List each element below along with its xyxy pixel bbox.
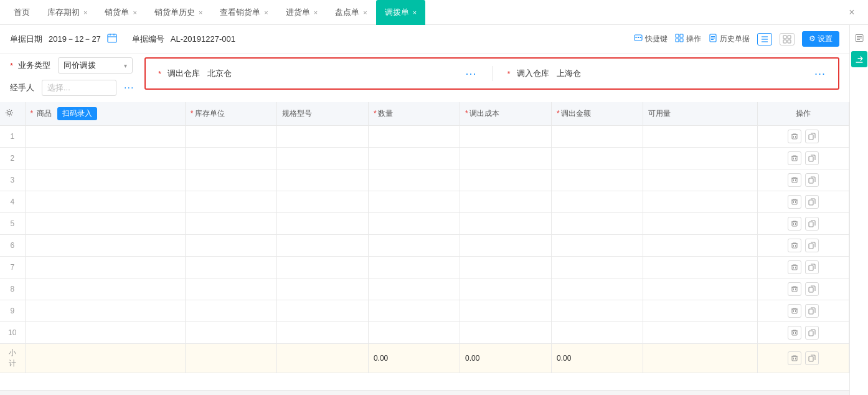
delete-row-icon[interactable] [788, 351, 801, 365]
tab-transfer[interactable]: 调拨单 × [376, 0, 425, 25]
cell-cost[interactable] [460, 257, 551, 278]
tab-inventory-init-close[interactable]: × [83, 9, 87, 16]
copy-row-icon[interactable] [805, 260, 819, 274]
cell-cost[interactable] [460, 278, 551, 300]
cell-quantity[interactable] [368, 278, 460, 300]
tab-sales-order[interactable]: 销货单 × [96, 0, 145, 25]
cell-quantity[interactable] [368, 169, 460, 191]
delete-row-icon[interactable] [788, 130, 801, 143]
delete-row-icon[interactable] [788, 326, 801, 340]
cell-amount[interactable] [552, 126, 643, 148]
cell-product[interactable] [25, 235, 185, 257]
agent-more-btn[interactable]: ··· [124, 82, 134, 93]
cell-spec[interactable] [276, 235, 368, 257]
cell-unit[interactable] [185, 169, 276, 191]
copy-row-icon[interactable] [805, 326, 819, 340]
delete-row-icon[interactable] [788, 151, 801, 165]
cell-product[interactable] [25, 344, 185, 373]
tab-view-sales[interactable]: 查看销货单 × [211, 0, 276, 25]
cell-spec[interactable] [276, 278, 368, 300]
cell-product[interactable] [25, 322, 185, 344]
cell-spec[interactable] [276, 148, 368, 169]
cell-unit[interactable] [185, 148, 276, 169]
cell-spec[interactable] [276, 257, 368, 278]
cell-cost[interactable] [460, 235, 551, 257]
copy-row-icon[interactable] [805, 282, 819, 296]
cell-unit[interactable] [185, 126, 276, 148]
delete-row-icon[interactable] [788, 195, 801, 209]
cell-spec[interactable] [276, 344, 368, 373]
cell-product[interactable] [25, 278, 185, 300]
cell-product[interactable] [25, 257, 185, 278]
cell-spec[interactable] [276, 322, 368, 344]
cell-amount[interactable] [552, 191, 643, 213]
calendar-icon[interactable] [107, 33, 117, 45]
tab-sales-history[interactable]: 销货单历史 × [146, 0, 211, 25]
tab-sales-order-close[interactable]: × [133, 9, 136, 16]
sidebar-list-icon[interactable] [851, 30, 867, 46]
cell-product[interactable] [25, 169, 185, 191]
cell-unit[interactable] [185, 344, 276, 373]
delete-row-icon[interactable] [788, 260, 801, 274]
cell-unit[interactable] [185, 235, 276, 257]
copy-row-icon[interactable] [805, 304, 819, 318]
delete-row-icon[interactable] [788, 304, 801, 318]
history-btn[interactable]: 历史单据 [709, 34, 750, 44]
copy-row-icon[interactable] [805, 173, 819, 187]
cell-product[interactable] [25, 126, 185, 148]
layout-list-btn[interactable] [757, 33, 772, 45]
cell-amount[interactable] [552, 213, 643, 235]
scan-button[interactable]: 扫码录入 [57, 107, 97, 120]
layout-grid-btn[interactable] [780, 33, 795, 45]
cell-unit[interactable] [185, 322, 276, 344]
sidebar-export-icon[interactable] [851, 51, 867, 67]
tab-stocktake-close[interactable]: × [363, 9, 367, 16]
cell-quantity[interactable] [368, 257, 460, 278]
cell-quantity[interactable] [368, 235, 460, 257]
cell-unit[interactable] [185, 278, 276, 300]
copy-row-icon[interactable] [805, 130, 819, 143]
tab-sales-history-close[interactable]: × [199, 9, 202, 16]
warehouse-out-more[interactable]: ··· [465, 67, 476, 80]
cell-spec[interactable] [276, 213, 368, 235]
cell-product[interactable] [25, 191, 185, 213]
cell-amount[interactable] [552, 322, 643, 344]
cell-amount[interactable] [552, 169, 643, 191]
shortcut-btn[interactable]: 快捷键 [634, 34, 668, 44]
cell-quantity[interactable] [368, 322, 460, 344]
cell-spec[interactable] [276, 126, 368, 148]
copy-row-icon[interactable] [805, 351, 819, 365]
tab-home[interactable]: 首页 [5, 0, 39, 25]
cell-amount[interactable] [552, 257, 643, 278]
copy-row-icon[interactable] [805, 151, 819, 165]
cell-amount[interactable] [552, 278, 643, 300]
agent-select[interactable]: 选择... [42, 80, 116, 96]
cell-cost[interactable] [460, 126, 551, 148]
cell-amount[interactable] [552, 235, 643, 257]
delete-row-icon[interactable] [788, 282, 801, 296]
cell-quantity[interactable] [368, 126, 460, 148]
cell-cost[interactable] [460, 300, 551, 322]
cell-cost[interactable] [460, 213, 551, 235]
cell-cost[interactable] [460, 191, 551, 213]
cell-spec[interactable] [276, 169, 368, 191]
cell-spec[interactable] [276, 300, 368, 322]
business-type-select[interactable]: 同价调拨 ▾ [58, 57, 133, 74]
tab-transfer-close[interactable]: × [413, 9, 417, 16]
cell-quantity[interactable]: 0.00 [368, 344, 460, 373]
tab-purchase-close[interactable]: × [314, 9, 318, 16]
tab-stocktake[interactable]: 盘点单 × [326, 0, 375, 25]
cell-product[interactable] [25, 213, 185, 235]
tab-view-sales-close[interactable]: × [264, 9, 268, 16]
cell-cost[interactable] [460, 169, 551, 191]
tab-inventory-init[interactable]: 库存期初 × [39, 0, 96, 25]
cell-unit[interactable] [185, 257, 276, 278]
warehouse-in-more[interactable]: ··· [814, 67, 826, 80]
cell-quantity[interactable] [368, 148, 460, 169]
cell-unit[interactable] [185, 213, 276, 235]
settings-button[interactable]: ⚙ 设置 [802, 31, 839, 47]
cell-unit[interactable] [185, 300, 276, 322]
cell-cost[interactable] [460, 322, 551, 344]
horizontal-scrollbar[interactable] [0, 390, 849, 395]
cell-quantity[interactable] [368, 213, 460, 235]
